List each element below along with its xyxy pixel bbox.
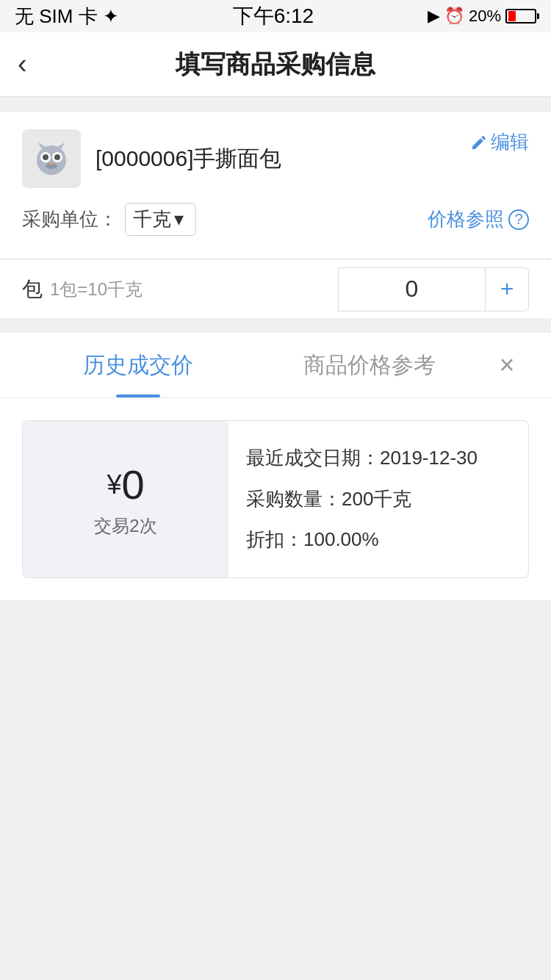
product-card: [0000006]手撕面包 编辑 采购单位： 千克 ▾ 价格参照 ? — [0, 112, 551, 258]
price-number: 0 — [121, 461, 144, 508]
unit-value: 千克 — [133, 206, 171, 232]
tab-history-price-label: 历史成交价 — [83, 350, 193, 381]
purchase-unit-label: 采购单位： — [22, 206, 118, 232]
purchase-qty-value: 200千克 — [342, 488, 411, 510]
history-price-card: ¥0 交易2次 最近成交日期：2019-12-30 采购数量：200千克 折扣：… — [22, 420, 529, 578]
tab-history-price[interactable]: 历史成交价 — [22, 333, 253, 397]
recent-date-value: 2019-12-30 — [380, 447, 478, 469]
edit-icon — [470, 134, 488, 151]
status-time: 下午6:12 — [233, 2, 314, 30]
price-reference-button[interactable]: 价格参照 ? — [428, 206, 529, 232]
tab-panel: 历史成交价 商品价格参考 × ¥0 交易2次 最近成交日期：2019-12-30… — [0, 333, 551, 600]
svg-point-3 — [43, 154, 48, 160]
svg-point-0 — [37, 145, 66, 175]
product-logo — [22, 129, 81, 188]
price-ref-help-icon: ? — [508, 209, 529, 230]
svg-point-4 — [54, 154, 60, 160]
nav-bar: ‹ 填写商品采购信息 — [0, 32, 551, 97]
tab-close-button[interactable]: × — [485, 333, 529, 397]
recent-date-label: 最近成交日期： — [246, 447, 380, 469]
quantity-conversion-info: 1包=10千克 — [50, 278, 143, 301]
quantity-plus-button[interactable]: + — [485, 267, 529, 311]
tab-product-price-ref[interactable]: 商品价格参考 — [253, 333, 485, 397]
currency-symbol: ¥ — [107, 469, 121, 500]
status-bar: 无 SIM 卡 ✦ 下午6:12 ▶ ⏰ 20% — [0, 0, 551, 32]
quantity-row: 包 1包=10千克 0 + — [0, 259, 551, 318]
tab-header: 历史成交价 商品价格参考 × — [0, 333, 551, 398]
price-ref-label: 价格参照 — [428, 206, 504, 232]
product-left: [0000006]手撕面包 — [22, 129, 281, 188]
dropdown-arrow-icon: ▾ — [174, 208, 184, 231]
quantity-input[interactable]: 0 — [338, 267, 485, 311]
purchase-qty-row: 采购数量：200千克 — [246, 484, 511, 515]
status-right: ▶ ⏰ 20% — [428, 7, 536, 26]
unit-select[interactable]: 千克 ▾ — [125, 203, 196, 236]
recent-date-row: 最近成交日期：2019-12-30 — [246, 443, 511, 474]
sim-signal-text: 无 SIM 卡 ✦ — [15, 4, 119, 29]
product-logo-svg — [29, 137, 73, 181]
quantity-control: 0 + — [338, 267, 529, 311]
discount-row: 折扣：100.00% — [246, 525, 511, 555]
battery-percent: 20% — [469, 7, 501, 26]
page-title: 填写商品采购信息 — [176, 48, 375, 82]
tab-product-price-ref-label: 商品价格参考 — [303, 350, 436, 381]
tab-content: ¥0 交易2次 最近成交日期：2019-12-30 采购数量：200千克 折扣：… — [0, 398, 551, 600]
edit-label: 编辑 — [491, 129, 529, 155]
purchase-qty-label: 采购数量： — [246, 488, 342, 510]
product-footer: 采购单位： 千克 ▾ 价格参照 ? — [22, 203, 529, 236]
back-button[interactable]: ‹ — [18, 48, 27, 80]
product-header: [0000006]手撕面包 编辑 — [22, 129, 529, 188]
quantity-label: 包 1包=10千克 — [22, 275, 143, 303]
location-icon: ▶ — [428, 7, 440, 26]
product-name: [0000006]手撕面包 — [96, 143, 281, 174]
history-price-right: 最近成交日期：2019-12-30 采购数量：200千克 折扣：100.00% — [228, 421, 528, 577]
battery-icon — [505, 9, 536, 24]
quantity-value: 0 — [406, 275, 419, 303]
discount-value: 100.00% — [303, 528, 379, 550]
quantity-unit: 包 — [22, 275, 43, 303]
edit-button[interactable]: 编辑 — [470, 129, 529, 155]
purchase-unit: 采购单位： 千克 ▾ — [22, 203, 196, 236]
history-price-value: ¥0 — [107, 461, 144, 508]
history-price-left: ¥0 交易2次 — [23, 421, 228, 577]
discount-label: 折扣： — [246, 528, 303, 550]
alarm-icon: ⏰ — [444, 7, 464, 26]
status-left: 无 SIM 卡 ✦ — [15, 4, 119, 29]
trade-count: 交易2次 — [94, 514, 156, 538]
